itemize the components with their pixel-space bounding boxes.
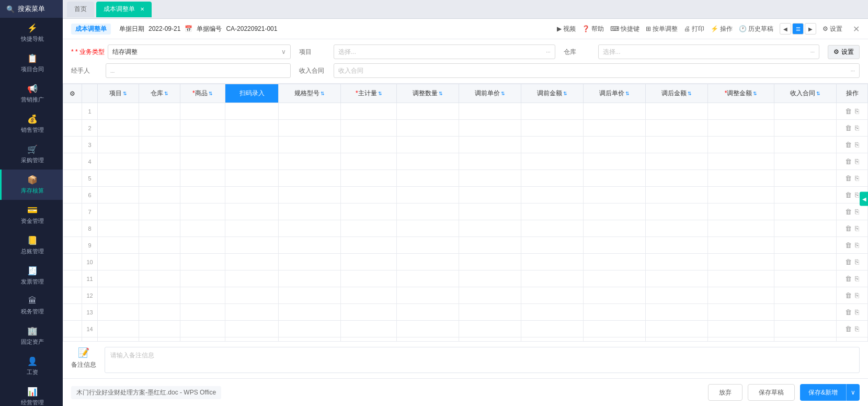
row-scan[interactable] — [225, 120, 279, 137]
row-unit[interactable] — [341, 120, 397, 137]
toolbar-next-btn[interactable]: ▶ — [805, 23, 816, 35]
row-adjust-qty[interactable] — [397, 137, 459, 153]
row-adjust-qty[interactable] — [397, 287, 459, 304]
row-delete-btn[interactable]: 🗑 — [845, 275, 852, 283]
row-unit[interactable] — [341, 321, 397, 337]
handler-input[interactable]: ... — [106, 63, 291, 78]
row-prev-unit-price[interactable] — [459, 170, 521, 187]
col-adjust-amount[interactable]: *调整金额⇅ — [708, 84, 774, 103]
row-delete-btn[interactable]: 🗑 — [845, 141, 852, 149]
row-adjust-amount[interactable] — [708, 120, 774, 137]
row-warehouse[interactable] — [139, 321, 180, 337]
row-project[interactable] — [98, 137, 139, 153]
row-prev-unit-price[interactable] — [459, 337, 521, 342]
row-post-amount[interactable] — [646, 321, 708, 337]
row-unit[interactable] — [341, 304, 397, 321]
sidebar-item-project-contract[interactable]: 📋 项目合同 — [0, 48, 63, 78]
row-post-amount[interactable] — [646, 254, 708, 270]
col-adjust-qty[interactable]: 调整数量⇅ — [397, 84, 459, 103]
row-prev-unit-price[interactable] — [459, 120, 521, 137]
warehouse-input[interactable]: 选择... ··· — [598, 44, 820, 59]
row-post-unit-price[interactable] — [584, 187, 646, 204]
row-prev-unit-price[interactable] — [459, 187, 521, 204]
row-warehouse[interactable] — [139, 304, 180, 321]
row-product[interactable] — [180, 270, 225, 287]
row-prev-unit-price[interactable] — [459, 137, 521, 153]
row-copy-btn[interactable]: ⎘ — [855, 141, 859, 149]
row-post-amount[interactable] — [646, 153, 708, 170]
income-contract-input[interactable]: 收入合同 ··· — [334, 63, 860, 78]
row-income-contract[interactable] — [774, 153, 836, 170]
row-income-contract[interactable] — [774, 204, 836, 220]
row-post-unit-price[interactable] — [584, 170, 646, 187]
sidebar-item-inventory[interactable]: 📦 库存核算 — [0, 170, 63, 200]
row-spec[interactable] — [279, 337, 341, 342]
sidebar-item-tax-mgmt[interactable]: 🏛 税务管理 — [0, 291, 63, 321]
row-warehouse[interactable] — [139, 170, 180, 187]
row-prev-amount[interactable] — [521, 270, 584, 287]
row-adjust-qty[interactable] — [397, 237, 459, 254]
sidebar-item-ops-mgmt[interactable]: 📊 经营管理 — [0, 381, 63, 406]
row-delete-btn[interactable]: 🗑 — [845, 325, 852, 333]
save-new-arrow[interactable]: ∨ — [847, 384, 860, 401]
row-unit[interactable] — [341, 337, 397, 342]
row-checkbox[interactable] — [63, 153, 82, 170]
tab-close-icon[interactable]: ✕ — [140, 6, 144, 12]
row-prev-amount[interactable] — [521, 287, 584, 304]
row-checkbox[interactable] — [63, 103, 82, 120]
row-product[interactable] — [180, 120, 225, 137]
row-scan[interactable] — [225, 287, 279, 304]
toolbar-shortcut[interactable]: ⌨ 快捷键 — [610, 25, 639, 33]
row-income-contract[interactable] — [774, 270, 836, 287]
row-project[interactable] — [98, 270, 139, 287]
tab-home[interactable]: 首页 — [67, 2, 94, 17]
window-close-btn[interactable]: ✕ — [853, 24, 860, 34]
row-post-amount[interactable] — [646, 103, 708, 120]
col-spec[interactable]: 规格型号⇅ — [279, 84, 341, 103]
toolbar-operate[interactable]: ⚡ 操作 — [711, 25, 733, 33]
row-prev-unit-price[interactable] — [459, 103, 521, 120]
row-spec[interactable] — [279, 153, 341, 170]
row-project[interactable] — [98, 153, 139, 170]
form-settings-btn[interactable]: ⚙ 设置 — [828, 45, 860, 59]
row-prev-amount[interactable] — [521, 187, 584, 204]
row-project[interactable] — [98, 103, 139, 120]
save-draft-button[interactable]: 保存草稿 — [748, 384, 795, 401]
row-adjust-amount[interactable] — [708, 254, 774, 270]
col-prev-unit-price[interactable]: 调前单价⇅ — [459, 84, 521, 103]
row-unit[interactable] — [341, 237, 397, 254]
col-unit[interactable]: *主计量⇅ — [341, 84, 397, 103]
row-delete-btn[interactable]: 🗑 — [845, 174, 852, 182]
row-scan[interactable] — [225, 137, 279, 153]
row-adjust-amount[interactable] — [708, 153, 774, 170]
row-checkbox[interactable] — [63, 170, 82, 187]
row-adjust-amount[interactable] — [708, 187, 774, 204]
row-post-amount[interactable] — [646, 270, 708, 287]
row-post-amount[interactable] — [646, 287, 708, 304]
row-scan[interactable] — [225, 321, 279, 337]
row-spec[interactable] — [279, 103, 341, 120]
row-adjust-qty[interactable] — [397, 254, 459, 270]
row-copy-btn[interactable]: ⎘ — [855, 157, 859, 165]
row-checkbox[interactable] — [63, 187, 82, 204]
sidebar-item-sales-mgmt[interactable]: 💰 销售管理 — [0, 109, 63, 139]
row-adjust-qty[interactable] — [397, 120, 459, 137]
toolbar-print[interactable]: 🖨 打印 — [684, 25, 704, 33]
row-project[interactable] — [98, 187, 139, 204]
row-scan[interactable] — [225, 337, 279, 342]
row-spec[interactable] — [279, 304, 341, 321]
row-scan[interactable] — [225, 153, 279, 170]
row-warehouse[interactable] — [139, 237, 180, 254]
col-product[interactable]: *商品⇅ — [180, 84, 225, 103]
row-checkbox[interactable] — [63, 120, 82, 137]
row-income-contract[interactable] — [774, 254, 836, 270]
row-delete-btn[interactable]: 🗑 — [845, 241, 852, 249]
discard-button[interactable]: 放弃 — [708, 384, 743, 401]
row-post-amount[interactable] — [646, 337, 708, 342]
row-post-unit-price[interactable] — [584, 254, 646, 270]
sidebar-item-fixed-assets[interactable]: 🏢 固定资产 — [0, 321, 63, 351]
row-product[interactable] — [180, 137, 225, 153]
col-scan[interactable]: 扫码录入 — [225, 84, 279, 103]
doc-date-value[interactable]: 2022-09-21 — [149, 25, 180, 32]
row-post-unit-price[interactable] — [584, 304, 646, 321]
